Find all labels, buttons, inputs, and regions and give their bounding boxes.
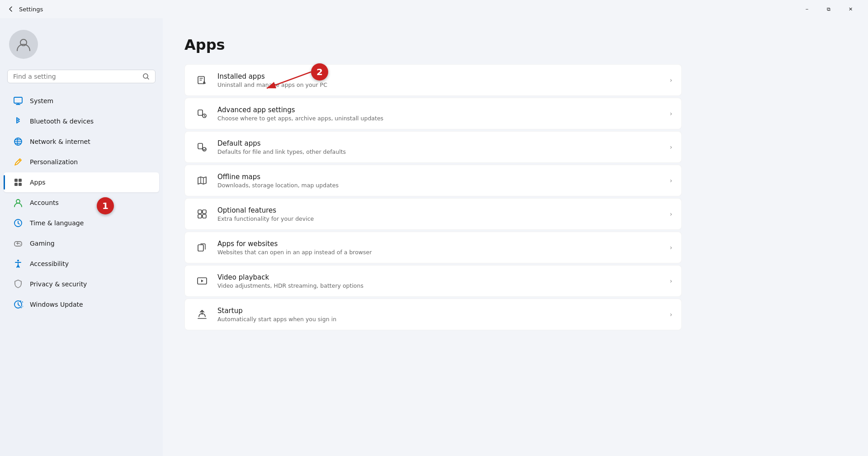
sidebar-item-network[interactable]: Network & internet: [4, 132, 159, 152]
sidebar: System Bluetooth & devices Network & int…: [0, 18, 163, 456]
startup-title: Startup: [217, 307, 662, 315]
advanced-app-settings-chevron-icon: ›: [670, 110, 672, 117]
sidebar-item-windows-update[interactable]: Windows Update: [4, 294, 159, 314]
privacy-nav-icon: [13, 279, 24, 290]
settings-item-apps-for-websites[interactable]: Apps for websites Websites that can open…: [184, 232, 682, 263]
app-body: System Bluetooth & devices Network & int…: [0, 18, 868, 456]
svg-point-12: [20, 244, 21, 245]
close-button[interactable]: ✕: [840, 2, 861, 16]
page-title: Apps: [184, 36, 846, 53]
svg-rect-2: [14, 97, 22, 103]
settings-item-offline-maps[interactable]: Offline maps Downloads, storage location…: [184, 165, 682, 196]
installed-apps-chevron-icon: ›: [670, 76, 672, 84]
settings-item-startup[interactable]: Startup Automatically start apps when yo…: [184, 299, 682, 330]
minimize-button[interactable]: −: [797, 2, 817, 16]
default-apps-icon: [194, 139, 210, 155]
apps-for-websites-chevron-icon: ›: [670, 244, 672, 251]
optional-features-desc: Extra functionality for your device: [217, 215, 662, 222]
windows-update-nav-label: Windows Update: [30, 301, 83, 308]
settings-item-default-apps[interactable]: Default apps Defaults for file and link …: [184, 131, 682, 163]
svg-rect-5: [19, 179, 22, 182]
sidebar-item-gaming[interactable]: Gaming: [4, 233, 159, 253]
system-nav-icon: [13, 95, 24, 106]
settings-item-advanced-app-settings[interactable]: Advanced app settings Choose where to ge…: [184, 98, 682, 129]
svg-rect-20: [198, 210, 202, 214]
sidebar-item-privacy[interactable]: Privacy & security: [4, 274, 159, 294]
privacy-nav-label: Privacy & security: [30, 280, 87, 288]
sidebar-item-accessibility[interactable]: Accessibility: [4, 254, 159, 274]
startup-desc: Automatically start apps when you sign i…: [217, 316, 662, 323]
video-playback-desc: Video adjustments, HDR streaming, batter…: [217, 282, 662, 289]
installed-apps-icon: [194, 72, 210, 88]
apps-nav-label: Apps: [30, 179, 46, 186]
settings-item-optional-features[interactable]: Optional features Extra functionality fo…: [184, 198, 682, 230]
sidebar-item-time[interactable]: Time & language: [4, 213, 159, 233]
windows-update-nav-icon: [13, 299, 24, 310]
apps-for-websites-icon: [194, 239, 210, 256]
time-nav-label: Time & language: [30, 219, 84, 227]
search-box[interactable]: [7, 70, 156, 83]
profile-section: [0, 25, 163, 68]
svg-rect-7: [19, 183, 22, 186]
settings-item-video-playback[interactable]: Video playback Video adjustments, HDR st…: [184, 265, 682, 297]
avatar[interactable]: [9, 30, 38, 59]
sidebar-item-accounts[interactable]: Accounts: [4, 193, 159, 213]
svg-rect-16: [198, 110, 203, 115]
accessibility-nav-icon: [13, 258, 24, 269]
titlebar: Settings − ⧉ ✕: [0, 0, 868, 18]
accounts-nav-icon: [13, 197, 24, 208]
installed-apps-desc: Uninstall and manage apps on your PC: [217, 81, 662, 88]
apps-for-websites-title: Apps for websites: [217, 240, 662, 248]
offline-maps-icon: [194, 172, 210, 189]
gaming-nav-icon: [13, 238, 24, 249]
settings-item-installed-apps[interactable]: Installed apps Uninstall and manage apps…: [184, 64, 682, 96]
apps-for-websites-desc: Websites that can open in an app instead…: [217, 249, 662, 256]
window-controls: − ⧉ ✕: [797, 2, 861, 16]
main-content: Apps Installed apps Uninstall and manage…: [163, 18, 868, 456]
sidebar-item-bluetooth[interactable]: Bluetooth & devices: [4, 111, 159, 131]
default-apps-desc: Defaults for file and link types, other …: [217, 148, 662, 155]
back-icon[interactable]: [7, 5, 14, 13]
installed-apps-title: Installed apps: [217, 72, 662, 81]
user-icon: [15, 36, 32, 52]
svg-rect-4: [14, 179, 18, 182]
bluetooth-nav-icon: [13, 116, 24, 127]
svg-rect-22: [198, 214, 202, 218]
advanced-app-settings-desc: Choose where to get apps, archive apps, …: [217, 115, 662, 122]
offline-maps-title: Offline maps: [217, 173, 662, 181]
settings-list: Installed apps Uninstall and manage apps…: [184, 64, 682, 330]
search-input[interactable]: [13, 73, 139, 80]
svg-point-13: [17, 260, 19, 261]
svg-rect-10: [14, 242, 22, 246]
default-apps-chevron-icon: ›: [670, 143, 672, 151]
time-nav-icon: [13, 218, 24, 228]
system-nav-label: System: [30, 97, 53, 104]
video-playback-title: Video playback: [217, 273, 662, 281]
offline-maps-chevron-icon: ›: [670, 177, 672, 184]
svg-point-8: [16, 200, 20, 203]
search-icon: [142, 73, 150, 80]
optional-features-chevron-icon: ›: [670, 210, 672, 218]
svg-rect-23: [203, 214, 206, 218]
restore-button[interactable]: ⧉: [818, 2, 839, 16]
nav-list: System Bluetooth & devices Network & int…: [0, 90, 163, 315]
window-title: Settings: [19, 6, 43, 13]
apps-nav-icon: [13, 177, 24, 188]
sidebar-item-personalization[interactable]: Personalization: [4, 152, 159, 172]
video-playback-chevron-icon: ›: [670, 277, 672, 285]
svg-point-11: [19, 243, 20, 244]
offline-maps-desc: Downloads, storage location, map updates: [217, 182, 662, 189]
advanced-app-settings-title: Advanced app settings: [217, 106, 662, 114]
svg-rect-24: [198, 245, 203, 251]
gaming-nav-label: Gaming: [30, 240, 55, 247]
optional-features-icon: [194, 206, 210, 222]
sidebar-item-apps[interactable]: Apps: [4, 172, 159, 192]
svg-rect-21: [203, 210, 206, 214]
svg-rect-6: [14, 183, 18, 186]
optional-features-title: Optional features: [217, 206, 662, 214]
sidebar-item-system[interactable]: System: [4, 91, 159, 111]
startup-chevron-icon: ›: [670, 311, 672, 318]
network-nav-label: Network & internet: [30, 138, 90, 145]
bluetooth-nav-label: Bluetooth & devices: [30, 118, 94, 125]
accounts-nav-label: Accounts: [30, 199, 59, 206]
